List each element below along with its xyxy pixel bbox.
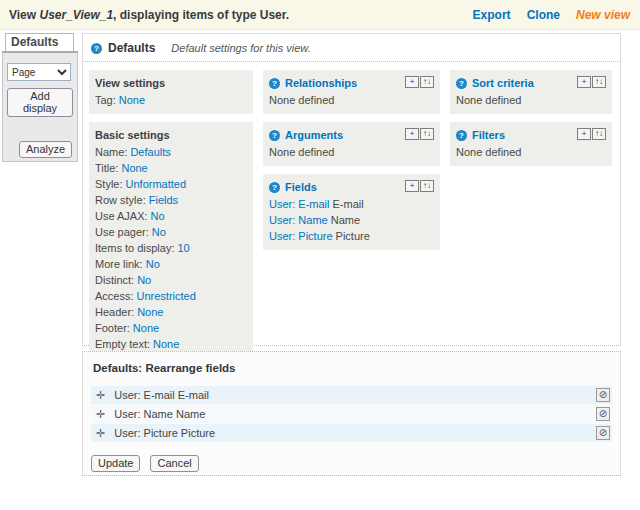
remove-field-button[interactable]: ⊘ — [596, 426, 610, 440]
update-button[interactable]: Update — [91, 455, 140, 472]
plus-icon: + — [582, 77, 587, 86]
sort-criteria-title-link[interactable]: Sort criteria — [472, 75, 534, 91]
display-tabs: Defaults — [2, 33, 78, 53]
filters-title-link[interactable]: Filters — [472, 127, 505, 143]
remove-field-button[interactable]: ⊘ — [596, 407, 610, 421]
cancel-circle-icon: ⊘ — [599, 427, 607, 438]
field-row-name: User: NameName — [269, 212, 434, 228]
analyze-button[interactable]: Analyze — [19, 141, 72, 158]
cancel-button[interactable]: Cancel — [150, 455, 198, 472]
add-argument-button[interactable]: + — [405, 128, 419, 140]
plus-icon: + — [582, 129, 587, 138]
setting-row-empty-text: Empty text:None — [95, 336, 247, 352]
field-picture-link[interactable]: User: Picture — [269, 230, 333, 242]
plus-icon: + — [410, 181, 415, 190]
setting-row-access: Access:Unrestricted — [95, 288, 247, 304]
relationships-title-link[interactable]: Relationships — [285, 75, 357, 91]
updown-arrows-icon: ↑↓ — [423, 77, 431, 86]
drag-handle-icon[interactable]: ✛ — [96, 408, 105, 421]
display-type-select[interactable]: Page — [7, 63, 71, 81]
help-icon[interactable]: ? — [456, 78, 467, 89]
updown-arrows-icon: ↑↓ — [423, 129, 431, 138]
drag-handle-icon[interactable]: ✛ — [96, 389, 105, 402]
name-value-link[interactable]: Defaults — [130, 146, 170, 158]
setting-row-row-style: Row style:Fields — [95, 192, 247, 208]
distinct-value-link[interactable]: No — [137, 274, 151, 286]
plus-icon: + — [410, 77, 415, 86]
setting-row-title: Title:None — [95, 160, 247, 176]
use-ajax-value-link[interactable]: No — [151, 210, 165, 222]
rearrange-fields-button[interactable]: ↑↓ — [420, 180, 434, 192]
basic-settings-title: Basic settings — [95, 127, 170, 143]
setting-row-more-link: More link:No — [95, 256, 247, 272]
add-relationship-button[interactable]: + — [405, 76, 419, 88]
help-icon[interactable]: ? — [269, 78, 280, 89]
tab-defaults[interactable]: Defaults — [5, 33, 74, 51]
fields-title-link[interactable]: Fields — [285, 179, 317, 195]
page-title: View User_View_1, displaying items of ty… — [9, 8, 289, 22]
remove-field-button[interactable]: ⊘ — [596, 388, 610, 402]
add-display-button[interactable]: Add display — [7, 88, 73, 117]
field-row-email: User: E-mailE-mail — [269, 196, 434, 212]
updown-arrows-icon: ↑↓ — [595, 77, 603, 86]
arguments-box: ? Arguments + ↑↓ None defined — [263, 122, 440, 166]
view-settings-title: View settings — [95, 75, 165, 91]
tag-value-link[interactable]: None — [119, 94, 145, 106]
rearrange-title: Defaults: Rearrange fields — [93, 362, 612, 374]
defaults-header: ? Defaults Default settings for this vie… — [83, 34, 620, 62]
arguments-title-link[interactable]: Arguments — [285, 127, 343, 143]
help-icon[interactable]: ? — [91, 43, 102, 54]
empty-text-value-link[interactable]: None — [153, 338, 179, 350]
rearrange-row-email: ✛ User: E-mail E-mail ⊘ — [91, 386, 612, 404]
setting-row-use-pager: Use pager:No — [95, 224, 247, 240]
add-field-button[interactable]: + — [405, 180, 419, 192]
field-name-link[interactable]: User: Name — [269, 214, 328, 226]
rearrange-arguments-button[interactable]: ↑↓ — [420, 128, 434, 140]
setting-row-name: Name:Defaults — [95, 144, 247, 160]
plus-icon: + — [410, 129, 415, 138]
relationships-box: ? Relationships + ↑↓ None defined — [263, 70, 440, 114]
arguments-empty-text: None defined — [269, 144, 434, 160]
field-row-picture: User: PicturePicture — [269, 228, 434, 244]
header-value-link[interactable]: None — [137, 306, 163, 318]
rearrange-filters-button[interactable]: ↑↓ — [592, 128, 606, 140]
display-controls-panel: Page Add display Analyze — [2, 53, 78, 162]
rearrange-relationships-button[interactable]: ↑↓ — [420, 76, 434, 88]
title-value-link[interactable]: None — [121, 162, 147, 174]
rearrange-row-name: ✛ User: Name Name ⊘ — [91, 405, 612, 423]
rearrange-row-label: User: Name Name — [114, 408, 205, 420]
help-icon[interactable]: ? — [456, 130, 467, 141]
fields-box: ? Fields + ↑↓ User: E-mailE-mail User: N… — [263, 174, 440, 250]
add-filter-button[interactable]: + — [577, 128, 591, 140]
export-link[interactable]: Export — [473, 8, 511, 22]
updown-arrows-icon: ↑↓ — [595, 129, 603, 138]
rearrange-row-label: User: Picture Picture — [114, 427, 215, 439]
page-header: View User_View_1, displaying items of ty… — [0, 0, 640, 30]
cancel-circle-icon: ⊘ — [599, 408, 607, 419]
help-icon[interactable]: ? — [269, 182, 280, 193]
style-value-link[interactable]: Unformatted — [126, 178, 187, 190]
new-view-link[interactable]: New view — [576, 8, 630, 22]
relationships-empty-text: None defined — [269, 92, 434, 108]
rearrange-fields-panel: Defaults: Rearrange fields ✛ User: E-mai… — [82, 351, 621, 476]
setting-row-use-ajax: Use AJAX:No — [95, 208, 247, 224]
view-label: View — [9, 8, 39, 22]
row-style-value-link[interactable]: Fields — [149, 194, 178, 206]
field-email-link[interactable]: User: E-mail — [269, 198, 330, 210]
add-sort-button[interactable]: + — [577, 76, 591, 88]
help-icon[interactable]: ? — [269, 130, 280, 141]
basic-settings-box: Basic settings Name:Defaults Title:None … — [89, 122, 253, 374]
use-pager-value-link[interactable]: No — [152, 226, 166, 238]
view-suffix: , displaying items of type User. — [113, 8, 289, 22]
access-value-link[interactable]: Unrestricted — [137, 290, 196, 302]
drag-handle-icon[interactable]: ✛ — [96, 427, 105, 440]
footer-value-link[interactable]: None — [133, 322, 159, 334]
setting-row-items: Items to display:10 — [95, 240, 247, 256]
rearrange-sorts-button[interactable]: ↑↓ — [592, 76, 606, 88]
sort-criteria-empty-text: None defined — [456, 92, 606, 108]
filters-empty-text: None defined — [456, 144, 606, 160]
more-link-value-link[interactable]: No — [146, 258, 160, 270]
display-sidebar: Defaults Page Add display Analyze — [2, 33, 78, 162]
items-value-link[interactable]: 10 — [177, 242, 189, 254]
clone-link[interactable]: Clone — [527, 8, 560, 22]
